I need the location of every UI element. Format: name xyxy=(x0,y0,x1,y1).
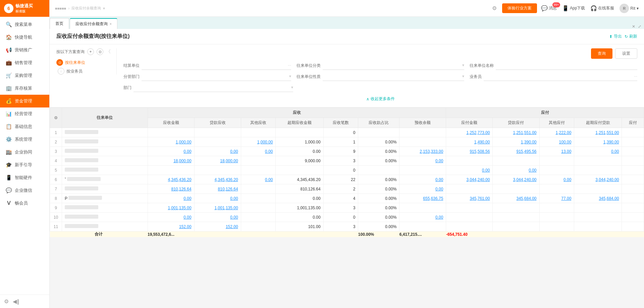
user-area[interactable]: R Rit ▾ xyxy=(620,4,639,13)
cell-link[interactable]: 13.00 xyxy=(561,149,571,154)
sidebar-item-wechat[interactable]: 💬 企业微信 xyxy=(0,184,49,197)
sidebar-item-nav[interactable]: 🏠 快捷导航 xyxy=(0,31,49,44)
cell-link[interactable]: 0.00 xyxy=(183,149,191,154)
sidebar-item-inventory[interactable]: 🏢 库存核算 xyxy=(0,82,49,95)
cell-link[interactable]: 810,126.64 xyxy=(171,187,192,191)
collapse-scheme-btn[interactable]: 《 xyxy=(106,49,111,55)
cell-link[interactable]: 3,044,240.00 xyxy=(466,177,490,182)
cell-link[interactable]: 345,684.00 xyxy=(599,196,619,201)
cell-link[interactable]: 18,000.00 xyxy=(173,159,191,163)
add-scheme-button[interactable]: + xyxy=(87,48,94,55)
cell-link[interactable]: 655,636.75 xyxy=(423,196,443,201)
cell-link[interactable]: 0.00 xyxy=(230,149,238,154)
cell-link[interactable]: 18,000.00 xyxy=(220,159,238,163)
query-button[interactable]: 查询 xyxy=(591,48,612,59)
sidebar-item-sales[interactable]: 💼 销售管理 xyxy=(0,56,49,69)
collapse-footer-btn[interactable]: ◀‖ xyxy=(13,298,19,305)
cell-link[interactable]: 0.00 xyxy=(482,168,490,173)
sidebar-item-business[interactable]: 📊 经营管理 xyxy=(0,107,49,120)
table-settings-icon[interactable]: ⚙ xyxy=(54,116,58,120)
refresh-button[interactable]: ↻ 刷新 xyxy=(625,34,637,39)
cell-link[interactable]: 152.00 xyxy=(226,224,238,229)
sidebar-item-base[interactable]: 📋 基础信息 xyxy=(0,120,49,133)
cell-link[interactable]: 0.00 xyxy=(230,215,238,220)
cell-link[interactable]: 0.00 xyxy=(265,177,273,182)
cell-link[interactable]: 0.00 xyxy=(435,159,443,163)
cell-link[interactable]: 0.00 xyxy=(230,196,238,201)
fenguan-input[interactable] xyxy=(142,73,289,80)
jiesuan-dots[interactable]: ··· xyxy=(288,63,291,68)
cell-link[interactable]: 0.00 xyxy=(265,149,273,154)
tab-home[interactable]: 首页 xyxy=(50,18,69,29)
settings-button[interactable]: 设置 xyxy=(615,48,637,59)
yewu-input[interactable] xyxy=(484,73,634,80)
sidebar-item-finance[interactable]: 💰 资金管理 xyxy=(0,95,49,107)
cell-link[interactable]: 4,345,436.20 xyxy=(168,177,192,182)
cell-link[interactable]: 0.00 xyxy=(183,196,191,201)
user-dropdown-icon[interactable]: ▾ xyxy=(637,6,639,11)
sidebar-item-purchase[interactable]: 🛒 采购管理 xyxy=(0,69,49,82)
export-button[interactable]: ⬆ 导出 xyxy=(609,34,622,39)
set-scheme-button[interactable]: ⊙ xyxy=(97,48,103,55)
cell-link[interactable]: 0.00 xyxy=(435,187,443,191)
tab-close-icon[interactable]: × xyxy=(110,22,112,26)
cell-link[interactable]: 1,000.00 xyxy=(176,140,192,144)
online-service-btn[interactable]: 🎧 在线客服 xyxy=(590,5,614,11)
cell-link[interactable]: 915,508.56 xyxy=(470,149,490,154)
wanglai-name-input[interactable] xyxy=(496,61,637,69)
cell-link[interactable]: 0.00 xyxy=(611,149,619,154)
cell-link[interactable]: 1,001,135.00 xyxy=(215,206,238,210)
sidebar-item-member[interactable]: Ⅴ 畅会员 xyxy=(0,197,49,210)
cell-link[interactable]: 1,251,551.00 xyxy=(595,130,619,135)
sidebar-item-marketing[interactable]: 📢 营销推广 xyxy=(0,44,49,56)
close-window-icon[interactable]: ✕ xyxy=(632,24,635,29)
cell-link[interactable]: 1,390.00 xyxy=(521,140,537,144)
scheme-option-2[interactable]: ○ 按业务员 xyxy=(56,68,111,75)
scheme-option-1[interactable]: ⊙ 按往来单位 xyxy=(56,59,111,66)
cell-link[interactable]: 345,684.00 xyxy=(516,196,536,201)
wanglai-xing-arrow[interactable]: ▾ xyxy=(462,74,464,79)
cell-link[interactable]: 0.00 xyxy=(564,177,571,182)
cell-link[interactable]: 1,001,135.00 xyxy=(168,206,192,210)
bumen-input[interactable] xyxy=(133,84,291,91)
cell-link[interactable]: 1,252,773.00 xyxy=(466,130,490,135)
cell-link[interactable]: 2,153,333.00 xyxy=(420,149,443,154)
promo-button[interactable]: 体验行业方案 xyxy=(502,3,537,13)
cell-link[interactable]: 1,222.00 xyxy=(556,130,572,135)
cell-link[interactable]: 4,345,436.20 xyxy=(215,177,238,182)
cell-link[interactable]: 0.00 xyxy=(183,215,191,220)
cell-link[interactable]: 0.00 xyxy=(529,168,536,173)
cell-link[interactable]: 100.00 xyxy=(559,140,572,144)
sidebar-item-corp[interactable]: 🏬 企业协同 xyxy=(0,146,49,159)
settings-footer-btn[interactable]: ⚙ xyxy=(4,298,9,305)
filter-collapse-btn[interactable]: ∧ 收起更多条件 xyxy=(123,95,637,103)
topbar-gear-icon[interactable]: ⚙ xyxy=(492,5,497,11)
cell-link[interactable]: 345,761.00 xyxy=(470,196,490,201)
cell-link[interactable]: 915,495.56 xyxy=(516,149,536,154)
jiesuan-input[interactable] xyxy=(142,61,288,69)
breadcrumb-dropdown[interactable]: ▾ xyxy=(103,6,105,11)
bumen-arrow[interactable]: ▾ xyxy=(291,85,293,90)
maximize-icon[interactable]: ⤢ xyxy=(638,24,641,29)
sidebar-item-guide[interactable]: 🎓 新手引导 xyxy=(0,159,49,171)
cell-link[interactable]: 0.00 xyxy=(435,215,443,220)
tab-active[interactable]: 应收应付余额查询 × xyxy=(70,18,117,29)
cell-link[interactable]: 1,490.00 xyxy=(474,140,490,144)
fenguan-arrow[interactable]: ▾ xyxy=(289,74,291,79)
cell-link[interactable]: 1,251,551.00 xyxy=(513,130,536,135)
cell-link[interactable]: 0.00 xyxy=(435,177,443,182)
sidebar-item-hardware[interactable]: 📱 智能硬件 xyxy=(0,171,49,184)
cell-link[interactable]: 3,044,240.00 xyxy=(513,177,536,182)
cell-link[interactable]: 1,000.00 xyxy=(257,140,273,144)
yewu-dots[interactable]: ··· xyxy=(634,74,637,79)
cell-link[interactable]: 3,044,240.00 xyxy=(595,177,619,182)
cell-link[interactable]: 77.00 xyxy=(561,196,571,201)
cell-link[interactable]: 810,126.64 xyxy=(218,187,238,191)
wanglai-fen-input[interactable] xyxy=(323,61,462,69)
wanglai-xing-input[interactable] xyxy=(323,73,462,80)
wanglai-fen-arrow[interactable]: ▾ xyxy=(462,63,464,68)
app-download-btn[interactable]: 📱 App下载 xyxy=(562,5,585,11)
sidebar-item-system[interactable]: ⚙️ 系统管理 xyxy=(0,133,49,146)
cell-link[interactable]: 1,390.00 xyxy=(603,140,619,144)
message-btn[interactable]: 💬 消息 99+ xyxy=(541,5,557,11)
